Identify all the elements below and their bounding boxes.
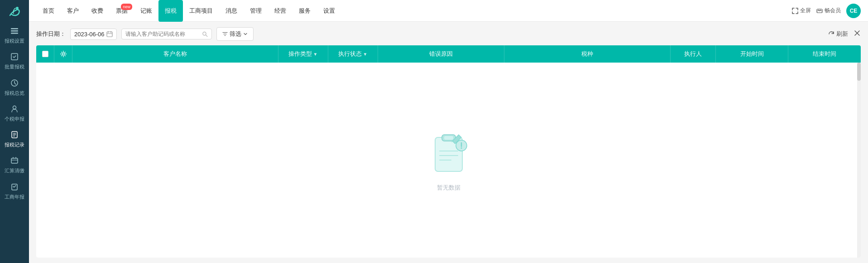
select-all-checkbox[interactable]	[42, 51, 48, 57]
search-box	[121, 29, 212, 39]
nav-shoufei[interactable]: 收费	[85, 0, 110, 22]
topnav-right: 全屏 畅会员 CE	[792, 4, 861, 18]
nav-customer[interactable]: 客户	[61, 0, 85, 22]
svg-rect-26	[444, 136, 453, 140]
svg-rect-11	[11, 158, 18, 163]
date-label: 操作日期：	[36, 30, 66, 38]
sidebar-item-label: 汇算清缴	[5, 167, 24, 174]
scrollbar-thumb[interactable]	[857, 63, 861, 81]
vip-icon	[816, 8, 823, 14]
svg-point-6	[13, 106, 16, 109]
nav-gongshang[interactable]: 工商项目	[183, 0, 219, 22]
search-icon	[202, 31, 208, 37]
nav-fuwu[interactable]: 服务	[293, 0, 317, 22]
sidebar-item-baojijilu[interactable]: 报税记录	[0, 126, 29, 151]
nav-baoshui[interactable]: 报税	[158, 0, 183, 22]
content-area: 操作日期： 2023-06-06	[29, 22, 868, 263]
chevron-down-icon	[243, 32, 248, 36]
table-body: 暂无数据	[36, 63, 861, 258]
sidebar-item-label: 报税设置	[5, 38, 24, 44]
svg-point-23	[62, 53, 64, 55]
vip-button[interactable]: 畅会员	[816, 7, 841, 15]
gear-icon	[60, 50, 67, 58]
sidebar-item-baojizonglan[interactable]: 报税总览	[0, 74, 29, 100]
empty-text: 暂无数据	[437, 184, 460, 192]
settings-icon	[9, 25, 20, 36]
sidebar-item-huisuanqingjiao[interactable]: 汇算清缴	[0, 151, 29, 177]
sidebar-item-gongshangnianb[interactable]: 工商年报	[0, 178, 29, 204]
filter-icon	[222, 31, 228, 37]
th-gear[interactable]	[54, 45, 72, 63]
svg-rect-3	[11, 33, 18, 34]
svg-rect-15	[107, 32, 112, 37]
avatar[interactable]: CE	[846, 4, 861, 18]
sidebar-item-label: 工商年报	[5, 194, 24, 200]
nav-jingying[interactable]: 经营	[268, 0, 293, 22]
filter-button[interactable]: 筛选	[216, 27, 254, 41]
overview-icon	[9, 78, 20, 88]
toolbar: 操作日期： 2023-06-06	[36, 27, 861, 41]
fullscreen-button[interactable]: 全屏	[792, 7, 811, 15]
table-scrollbar[interactable]	[857, 63, 861, 258]
th-end-time: 结束时间	[788, 45, 861, 63]
piaoju-badge: new	[121, 4, 132, 10]
sidebar-item-label: 报税总览	[5, 90, 24, 96]
empty-illustration	[426, 128, 471, 178]
refresh-button[interactable]: 刷新	[828, 30, 848, 38]
topnav: 首页 客户 收费 票据 new 记账 报税 工商项目 消息 管理 经营	[29, 0, 868, 22]
svg-rect-1	[11, 28, 18, 29]
th-tax-type: 税种	[504, 45, 671, 63]
refresh-icon	[828, 31, 834, 37]
date-value: 2023-06-06	[74, 31, 105, 38]
date-picker[interactable]: 2023-06-06	[70, 29, 117, 40]
main-area: 首页 客户 收费 票据 new 记账 报税 工商项目 消息 管理 经营	[29, 0, 868, 263]
nav-jizhang[interactable]: 记账	[134, 0, 158, 22]
sidebar-item-piliangshuiwu[interactable]: 批量报税	[0, 48, 29, 73]
toolbar-right: 刷新	[828, 29, 861, 39]
close-button[interactable]	[854, 29, 861, 39]
nav-xiaoxi[interactable]: 消息	[219, 0, 244, 22]
settle-icon	[9, 155, 20, 166]
nav-piaoju[interactable]: 票据 new	[110, 0, 134, 22]
record-icon	[9, 129, 20, 140]
sidebar-item-baoshuishezhi[interactable]: 报税设置	[0, 22, 29, 48]
sidebar: 报税设置 批量报税 报税总览 个税申报	[0, 0, 29, 263]
fullscreen-icon	[792, 8, 798, 14]
sidebar-logo[interactable]	[0, 0, 29, 22]
sort-icon: ▼	[313, 52, 318, 57]
sidebar-item-label: 个税申报	[5, 116, 24, 122]
person-tax-icon	[9, 103, 20, 114]
sidebar-item-label: 报税记录	[5, 141, 24, 148]
svg-line-20	[206, 35, 207, 36]
th-exec-status[interactable]: 执行状态 ▼	[328, 45, 378, 63]
nav-homepage[interactable]: 首页	[36, 0, 61, 22]
th-start-time: 开始时间	[716, 45, 788, 63]
table-container: 客户名称 操作类型 ▼ 执行状态 ▼ 错误原因 税种 执行人	[36, 45, 861, 258]
close-icon	[854, 29, 861, 37]
nav-guanli[interactable]: 管理	[244, 0, 268, 22]
empty-state: 暂无数据	[426, 128, 471, 192]
sort-icon: ▼	[363, 52, 368, 57]
th-op-type[interactable]: 操作类型 ▼	[278, 45, 328, 63]
svg-point-0	[16, 7, 19, 10]
sidebar-item-geshuishenbao[interactable]: 个税申报	[0, 100, 29, 126]
th-client-name: 客户名称	[72, 45, 278, 63]
svg-point-32	[460, 147, 462, 149]
batch-icon	[9, 51, 20, 62]
svg-point-19	[203, 32, 206, 35]
search-input[interactable]	[125, 31, 200, 37]
nav-shezhi[interactable]: 设置	[317, 0, 341, 22]
th-check[interactable]	[36, 45, 54, 63]
table-header: 客户名称 操作类型 ▼ 执行状态 ▼ 错误原因 税种 执行人	[36, 45, 861, 63]
svg-rect-2	[11, 30, 18, 32]
sidebar-item-label: 批量报税	[5, 63, 24, 70]
th-error-reason: 错误原因	[378, 45, 505, 63]
calendar-icon	[106, 31, 113, 37]
annual-icon	[9, 181, 20, 192]
th-executor: 执行人	[671, 45, 716, 63]
